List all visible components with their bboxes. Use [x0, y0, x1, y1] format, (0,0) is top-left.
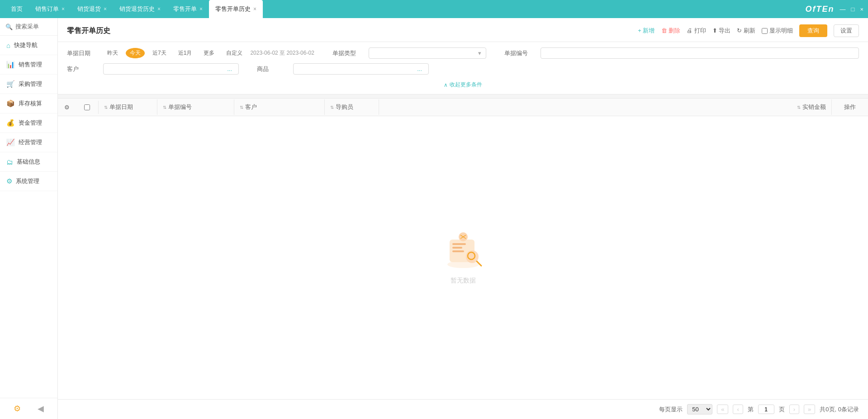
doc-type-select[interactable]: ▾: [369, 47, 486, 59]
window-close[interactable]: ×: [860, 6, 863, 13]
page-title: 零售开单历史: [67, 26, 110, 36]
tab-retail-open-close[interactable]: ×: [199, 6, 203, 12]
sidebar-item-sales-mgmt[interactable]: 📊 销售管理: [0, 55, 57, 75]
th-operation-label: 操作: [844, 103, 856, 111]
window-maximize[interactable]: □: [851, 6, 855, 13]
page-size-select[interactable]: 50 20 100: [687, 404, 712, 414]
display-detail-input[interactable]: [762, 28, 768, 34]
tab-sales-return-history-close[interactable]: ×: [157, 6, 161, 12]
svg-rect-4: [452, 250, 464, 252]
customer-ellipsis-btn[interactable]: ...: [225, 66, 234, 72]
query-button[interactable]: 查询: [799, 24, 827, 37]
tab-sales-order[interactable]: 销售订单 ×: [29, 0, 71, 18]
customer-label: 客户: [67, 65, 94, 73]
toolbar: + 新增 🗑 删除 🖨 打印 ⬆ 导出 ↻ 刷新 显示明细 查询 设置: [638, 24, 859, 37]
date-btn-1month[interactable]: 近1月: [174, 48, 196, 58]
sidebar-item-sales-label: 销售管理: [19, 61, 42, 69]
sidebar-item-finance[interactable]: 💰 资金管理: [0, 113, 57, 133]
page-header: 零售开单历史 + 新增 🗑 删除 🖨 打印 ⬆ 导出 ↻ 刷新 显示明细 查询 …: [58, 18, 868, 42]
basic-info-icon: 🗂: [6, 158, 13, 166]
select-all-checkbox[interactable]: [84, 104, 90, 110]
current-page-input[interactable]: [758, 405, 774, 414]
column-settings-icon[interactable]: ⚙: [64, 104, 70, 111]
sidebar-item-inventory[interactable]: 📦 库存核算: [0, 94, 57, 113]
brand-logo: OfTEn: [806, 5, 835, 14]
tab-sales-return[interactable]: 销货退货 ×: [71, 0, 113, 18]
total-label: 共0页, 0条记录: [820, 405, 859, 414]
collapse-arrow-icon: ∧: [444, 82, 448, 88]
tab-sales-order-close[interactable]: ×: [62, 6, 65, 12]
empty-text: 暂无数据: [451, 277, 476, 285]
last-page-btn[interactable]: »: [804, 405, 815, 414]
tab-retail-open-history-close[interactable]: ×: [253, 6, 256, 12]
date-btn-more[interactable]: 更多: [199, 48, 218, 58]
refresh-button[interactable]: ↻ 刷新: [737, 27, 755, 35]
sidebar-item-finance-label: 资金管理: [19, 119, 42, 127]
doc-num-input[interactable]: [541, 47, 859, 59]
page-label: 页: [779, 405, 785, 414]
tab-home[interactable]: 首页: [5, 0, 29, 18]
doc-num-label: 单据编号: [504, 49, 531, 57]
th-guide-label: 导购员: [336, 103, 353, 111]
th-checkbox[interactable]: [76, 101, 99, 114]
export-button[interactable]: ⬆ 导出: [712, 27, 731, 35]
goods-input[interactable]: [298, 66, 415, 72]
date-label: 单据日期: [67, 49, 94, 57]
date-btn-today[interactable]: 今天: [126, 48, 145, 58]
tab-sales-return-history-label: 销货退货历史: [119, 5, 155, 13]
search-icon: 🔍: [5, 24, 13, 30]
sidebar-item-system-mgmt[interactable]: ⚙ 系统管理: [0, 172, 57, 191]
sidebar-collapse-icon[interactable]: ◀: [38, 404, 44, 414]
tab-sales-return-close[interactable]: ×: [104, 6, 107, 12]
page-size-label: 每页显示: [659, 405, 683, 414]
sidebar-item-purchase-label: 采购管理: [19, 80, 42, 88]
sales-icon: 📊: [6, 61, 15, 69]
collapse-label: 收起更多条件: [450, 81, 482, 89]
tab-sales-order-label: 销售订单: [35, 5, 59, 13]
print-button[interactable]: 🖨 打印: [687, 27, 706, 35]
sort-num-icon[interactable]: ⇅: [163, 105, 166, 110]
sidebar-item-quick-nav-label: 快捷导航: [14, 41, 38, 49]
new-button[interactable]: + 新增: [638, 27, 655, 35]
sort-guide-icon[interactable]: ⇅: [330, 105, 334, 110]
sort-date-icon[interactable]: ⇅: [104, 105, 108, 110]
dropdown-icon: ▾: [478, 50, 481, 56]
tab-retail-open-history[interactable]: 零售开单历史 ×: [209, 0, 263, 18]
sidebar-settings-icon[interactable]: ⚙: [14, 404, 21, 414]
tab-home-label: 首页: [11, 5, 23, 13]
th-guide: ⇅ 导购员: [325, 99, 379, 115]
sidebar-item-quick-nav[interactable]: ⌂ 快捷导航: [0, 36, 57, 55]
first-page-btn[interactable]: «: [717, 405, 728, 414]
tab-retail-open-history-label: 零售开单历史: [215, 5, 251, 13]
sort-customer-icon[interactable]: ⇅: [240, 105, 243, 110]
date-btn-custom[interactable]: 自定义: [222, 48, 247, 58]
sidebar-item-purchase-mgmt[interactable]: 🛒 采购管理: [0, 75, 57, 94]
delete-button[interactable]: 🗑 删除: [661, 27, 681, 35]
sidebar-item-basic-info-label: 基础信息: [17, 158, 40, 166]
display-detail-checkbox[interactable]: 显示明细: [762, 27, 793, 35]
page-word: 第: [748, 405, 754, 414]
sort-amount-icon[interactable]: ⇅: [797, 105, 801, 110]
tab-retail-open-label: 零售开单: [173, 5, 197, 13]
date-btn-yesterday[interactable]: 昨天: [103, 48, 122, 58]
customer-input[interactable]: [108, 66, 225, 72]
tab-retail-open[interactable]: 零售开单 ×: [167, 0, 209, 18]
sidebar-item-basic-info[interactable]: 🗂 基础信息: [0, 152, 57, 172]
sidebar-item-system-label: 系统管理: [16, 177, 39, 185]
tab-sales-return-label: 销货退货: [77, 5, 101, 13]
purchase-icon: 🛒: [6, 80, 15, 88]
collapse-btn[interactable]: ∧ 收起更多条件: [444, 81, 482, 89]
main-layout: 🔍 搜索采单 ⌂ 快捷导航 📊 销售管理 🛒 采购管理 📦 库存核算 💰 资金管…: [0, 18, 868, 419]
pagination: 每页显示 50 20 100 « ‹ 第 页 › » 共0页, 0条记录: [58, 399, 868, 419]
prev-page-btn[interactable]: ‹: [733, 405, 743, 414]
window-minimize[interactable]: —: [840, 6, 846, 13]
sidebar-search[interactable]: 🔍 搜索采单: [0, 18, 57, 36]
th-settings[interactable]: ⚙: [58, 100, 76, 114]
goods-ellipsis-btn[interactable]: ...: [415, 66, 424, 72]
sidebar-item-operations[interactable]: 📈 经营管理: [0, 133, 57, 152]
next-page-btn[interactable]: ›: [789, 405, 799, 414]
settings-button[interactable]: 设置: [834, 24, 859, 37]
date-btn-7days[interactable]: 近7天: [148, 48, 171, 58]
sidebar-search-label: 搜索采单: [15, 23, 39, 31]
tab-sales-return-history[interactable]: 销货退货历史 ×: [113, 0, 167, 18]
